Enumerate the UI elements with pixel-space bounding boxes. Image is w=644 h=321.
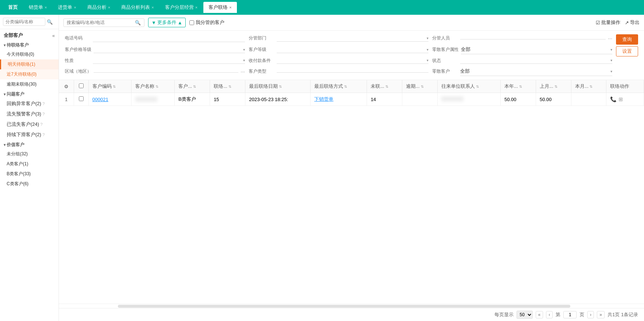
sort-customer-type[interactable]: 客户...	[178, 83, 206, 90]
next-page-button[interactable]: ›	[587, 311, 594, 318]
filter-actions: 查询 设置	[616, 34, 638, 76]
nav-tab-0[interactable]: 销货单 ×	[24, 2, 52, 13]
status-select[interactable]: ▾	[460, 57, 612, 64]
nav-tab-2[interactable]: 商品分析 ×	[82, 2, 115, 13]
sidebar-item-tomorrow[interactable]: 明天待联络(1)	[0, 59, 59, 69]
per-page-select[interactable]: 50	[517, 311, 533, 319]
help-icon-1[interactable]: ?	[42, 112, 45, 116]
td-unlinking: 14	[367, 93, 402, 106]
sort-overdue[interactable]: 逾期...	[406, 83, 434, 90]
nav-home[interactable]: 首页	[3, 2, 23, 13]
page-number-input[interactable]	[563, 311, 577, 318]
sidebar-search-input[interactable]	[3, 18, 45, 26]
td-checkbox	[74, 93, 88, 106]
search-input[interactable]	[67, 20, 133, 25]
horizontal-scrollbar[interactable]	[59, 304, 644, 308]
sidebar-item-c-class[interactable]: C类客户(6)	[0, 179, 59, 189]
help-icon-3[interactable]: ?	[42, 132, 45, 137]
row-checkbox-0[interactable]	[79, 96, 84, 101]
last-page-button[interactable]: »	[597, 311, 605, 318]
query-button[interactable]: 查询	[616, 34, 638, 45]
sidebar-search-icon[interactable]: 🔍	[47, 19, 53, 25]
td-last-month: 50.00	[536, 93, 571, 106]
settings-icon[interactable]: ⚙	[64, 84, 69, 89]
nav-close-3[interactable]: ×	[151, 5, 154, 10]
collapse-icon[interactable]: «	[52, 33, 55, 38]
gender-select[interactable]: ▾	[93, 57, 245, 64]
nav-tab-3[interactable]: 商品分析列表 ×	[116, 2, 159, 13]
customer-type-label: 客户类型	[249, 68, 274, 75]
first-page-button[interactable]: «	[536, 311, 543, 318]
sidebar-item-churned[interactable]: 已流失客户(24) ?	[0, 119, 59, 130]
sidebar-item-today[interactable]: 今天待联络(0)	[0, 49, 59, 59]
nav-tab-5[interactable]: 客户联络 ×	[203, 2, 237, 13]
problem-group-label: 问题客户	[0, 89, 59, 99]
retail-attr-select[interactable]: 全部 ▾	[461, 45, 612, 54]
my-customers-checkbox[interactable]	[189, 20, 194, 25]
sort-unlinking[interactable]: 未联...	[371, 83, 398, 90]
customer-type-input[interactable]	[277, 70, 429, 73]
sidebar-item-b-class[interactable]: B类客户(33)	[0, 169, 59, 179]
sort-contact-count[interactable]: 联络...	[214, 83, 241, 90]
grid-action-icon[interactable]: ⊞	[619, 96, 623, 102]
toolbar-right: ☑ 批量操作 ↗ 导出	[596, 19, 640, 26]
nav-tab-1[interactable]: 进货单 ×	[53, 2, 81, 13]
manager-label: 分管人员	[432, 35, 458, 41]
nav-close-1[interactable]: ×	[74, 5, 76, 10]
filter-gender: 性质 ▾	[65, 57, 245, 64]
td-this-year: 50.00	[500, 93, 536, 106]
dept-select[interactable]: ▾	[277, 35, 429, 42]
nav-close-4[interactable]: ×	[195, 5, 197, 10]
filter-icon: ▼	[151, 20, 156, 25]
price-level-select[interactable]: ▾	[94, 46, 245, 53]
more-filter-button[interactable]: ▼ 更多条件 ▲	[148, 18, 186, 27]
phone-label: 电话号码	[65, 35, 91, 41]
sidebar-item-repurchase-anomaly[interactable]: 回购异常客户(2) ?	[0, 99, 59, 109]
sidebar-item-ungroup[interactable]: 未分组(32)	[0, 149, 59, 159]
phone-input[interactable]	[93, 34, 245, 42]
customer-level-chevron-icon: ▾	[427, 48, 428, 52]
td-code[interactable]: 000021	[88, 93, 132, 106]
sidebar-item-7days[interactable]: 近7天待联络(0)	[0, 69, 59, 79]
nav-tab-4[interactable]: 客户分层经营 ×	[160, 2, 203, 13]
action-icons: 📞 ⊞	[610, 96, 640, 102]
sidebar-item-a-class[interactable]: A类客户(1)	[0, 159, 59, 169]
help-icon-2[interactable]: ?	[40, 122, 42, 127]
bulk-operation-button[interactable]: ☑ 批量操作	[596, 19, 620, 26]
manager-input[interactable]	[460, 37, 606, 39]
sort-this-year[interactable]: 本年...	[504, 83, 532, 90]
retail-attr-chevron-icon: ▾	[610, 48, 612, 52]
filter-row-3: 性质 ▾ 收付款条件 ▾	[65, 57, 612, 64]
retail-customer-select[interactable]: 全部 ▾	[460, 67, 612, 76]
td-last-method[interactable]: 下销货单	[311, 93, 367, 106]
export-button[interactable]: ↗ 导出	[625, 19, 640, 26]
help-icon-0[interactable]: ?	[42, 101, 45, 106]
prev-page-button[interactable]: ‹	[546, 311, 553, 318]
phone-action-icon[interactable]: 📞	[610, 96, 616, 102]
all-customers-label: 全部客户 «	[0, 29, 59, 40]
set-button[interactable]: 设置	[616, 46, 638, 56]
sort-contact-person[interactable]: 往来单位联系人	[441, 83, 497, 90]
nav-close-5[interactable]: ×	[229, 5, 231, 10]
sort-customer-name[interactable]: 客户名称	[135, 83, 171, 90]
nav-close-0[interactable]: ×	[45, 5, 47, 10]
manager-dots-button[interactable]: ···	[608, 35, 612, 41]
filter-manager: 分管人员 ···	[432, 35, 612, 41]
sidebar-item-declining[interactable]: 持续下滑客户(2) ?	[0, 130, 59, 140]
region-input[interactable]	[94, 70, 238, 73]
sort-last-month[interactable]: 上月...	[540, 83, 567, 90]
sidebar-item-churn-warning[interactable]: 流失预警客户(3) ?	[0, 109, 59, 119]
region-dots-button[interactable]: ···	[241, 69, 245, 75]
payment-select[interactable]: ▾	[277, 57, 429, 64]
sort-customer-code[interactable]: 客户编码	[92, 83, 128, 90]
td-overdue	[402, 93, 437, 106]
sort-last-contact-date[interactable]: 最后联络日期	[249, 83, 307, 90]
search-icon[interactable]: 🔍	[135, 20, 141, 25]
sort-this-month[interactable]: 本月...	[575, 83, 603, 90]
nav-close-2[interactable]: ×	[108, 5, 110, 10]
sidebar-item-overdue[interactable]: 逾期未联络(30)	[0, 79, 59, 89]
customer-level-select[interactable]: ▾	[277, 46, 429, 53]
th-this-month: 本月...	[571, 80, 606, 93]
select-all-checkbox[interactable]	[79, 83, 84, 88]
sort-last-contact-method[interactable]: 最后联络方式	[314, 83, 363, 90]
